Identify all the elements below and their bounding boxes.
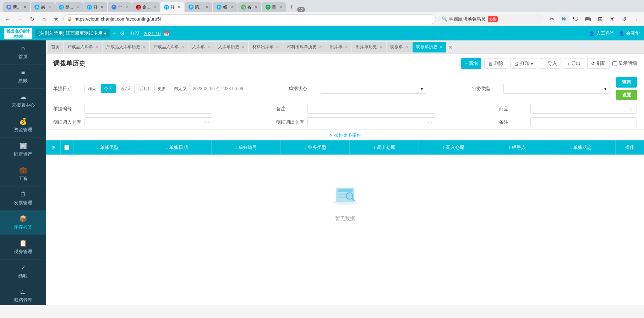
print-button[interactable]: 🖨 打印 ▾ bbox=[510, 58, 537, 69]
export-button[interactable]: ↑ 导出 bbox=[564, 58, 585, 69]
tab-close-button[interactable]: ✕ bbox=[181, 45, 184, 49]
date-filter-option[interactable]: 昨天 bbox=[84, 84, 99, 93]
browser-tab-3[interactable]: 易 易... ✕ bbox=[55, 2, 83, 12]
calendar-icon[interactable]: 📅 bbox=[164, 31, 169, 36]
settings-filter-button[interactable]: 设置 bbox=[616, 90, 637, 100]
content-tab[interactable]: 出库单历史 ✕ bbox=[352, 42, 386, 52]
tab-close-icon[interactable]: ✕ bbox=[230, 5, 233, 10]
user-avatar[interactable]: 👤 徐泽华 bbox=[619, 30, 640, 37]
sidebar-item-总账[interactable]: ≡ 总账 bbox=[0, 65, 46, 89]
col-out-wh[interactable]: ↕ 调出仓库 bbox=[350, 140, 419, 155]
table-select-all[interactable] bbox=[60, 140, 73, 155]
browser-tab-4[interactable]: 好 好 ✕ bbox=[83, 2, 107, 12]
tab-close-icon[interactable]: ✕ bbox=[279, 5, 282, 10]
tab-close-button[interactable]: ✕ bbox=[241, 45, 245, 49]
goods-input[interactable] bbox=[534, 106, 627, 112]
sidebar-item-工资[interactable]: 💼 工资 bbox=[0, 162, 46, 186]
tab-close-icon[interactable]: ✕ bbox=[153, 5, 156, 10]
tab-close-icon[interactable]: ✕ bbox=[76, 5, 79, 10]
translate-icon[interactable]: 译 bbox=[559, 14, 569, 24]
tab-close-button[interactable]: ✕ bbox=[207, 45, 210, 49]
settings-icon[interactable]: ⚙ bbox=[120, 30, 125, 37]
import-button[interactable]: ↓ 导入 bbox=[540, 58, 561, 69]
content-tab[interactable]: 入库单历史 ✕ bbox=[214, 42, 248, 52]
col-biz-type[interactable]: ↕ 业务类型 bbox=[280, 140, 350, 155]
sidebar-item-云报表中心[interactable]: ☁ 云报表中心 bbox=[0, 89, 46, 113]
scissors-icon[interactable]: ✂ bbox=[547, 14, 557, 24]
col-in-wh[interactable]: ↕ 调入仓库 bbox=[419, 140, 488, 155]
date-filter-option[interactable]: 近7天 bbox=[117, 84, 135, 93]
date-filter-option[interactable]: 自定义 bbox=[171, 84, 190, 93]
date-filter-option[interactable]: 更多 bbox=[154, 84, 169, 93]
home-button[interactable]: ⌂ bbox=[39, 14, 49, 24]
sidebar-item-结账[interactable]: ✓ 结账 bbox=[0, 260, 46, 284]
content-tab[interactable]: 产成品入库单 ✕ bbox=[64, 42, 102, 52]
tab-close-button[interactable]: ✕ bbox=[345, 45, 348, 49]
sidebar-item-税务管理[interactable]: 📋 税务管理 bbox=[0, 235, 46, 260]
tab-close-button[interactable]: ✕ bbox=[379, 45, 382, 49]
content-tab[interactable]: 调拨单历史 ✕ bbox=[413, 42, 446, 52]
note-input[interactable] bbox=[307, 104, 435, 114]
content-tab[interactable]: 入库单 ✕ bbox=[189, 42, 214, 52]
date-filter-option[interactable]: 今天 bbox=[101, 84, 116, 93]
tab-close-button[interactable]: ✕ bbox=[405, 45, 408, 49]
menu-icon[interactable]: ⋮ bbox=[631, 14, 641, 24]
period-value[interactable]: 2021-10 bbox=[144, 31, 161, 36]
content-tab[interactable]: 材料出库单 ✕ bbox=[249, 42, 283, 52]
support-label[interactable]: 👤 人工咨询 bbox=[589, 30, 615, 37]
content-tab[interactable]: 产成品入库单 ✕ bbox=[150, 42, 188, 52]
note2-input[interactable] bbox=[530, 117, 637, 127]
tab-close-icon[interactable]: ✕ bbox=[125, 5, 128, 10]
goods-dots-button[interactable]: ··· bbox=[629, 106, 634, 112]
new-tab-button[interactable]: + bbox=[286, 2, 296, 12]
bookmark-button[interactable]: ★ bbox=[51, 14, 61, 24]
detail-in-input[interactable] bbox=[88, 120, 203, 125]
browser-tab-1[interactable]: 新 新... ✕ bbox=[3, 2, 30, 12]
tab-close-icon[interactable]: ✕ bbox=[100, 5, 104, 10]
browser-tab-5[interactable]: 个 个 ✕ bbox=[108, 2, 132, 12]
extension1-icon[interactable]: 🛡 bbox=[571, 14, 581, 24]
grid-icon[interactable]: ⊞ bbox=[595, 14, 605, 24]
browser-tab-8[interactable]: 腾 腾... ✕ bbox=[185, 2, 212, 12]
show-cols-input[interactable] bbox=[612, 61, 617, 66]
company-selector[interactable]: (勿删勿禁用) 江西服宝测试专用 ▾ bbox=[35, 29, 110, 38]
detail-out-input[interactable] bbox=[311, 120, 426, 125]
content-tab[interactable]: 调拨单 ✕ bbox=[387, 42, 412, 52]
doc-no-input[interactable] bbox=[84, 104, 212, 114]
tab-close-button[interactable]: ✕ bbox=[276, 45, 279, 49]
sidebar-item-资金管理[interactable]: 💰 资金管理 bbox=[0, 113, 46, 138]
col-date[interactable]: ↕ 单账日期 bbox=[142, 140, 212, 155]
date-filter-option[interactable]: 近1月 bbox=[136, 84, 153, 93]
browser-tab-9[interactable]: 畅 畅 ✕ bbox=[213, 2, 237, 12]
content-tab[interactable]: 材料出库单历史 ✕ bbox=[283, 42, 326, 52]
table-settings-icon[interactable]: ⚙ bbox=[46, 140, 60, 155]
history-icon[interactable]: ↺ bbox=[619, 14, 629, 24]
sidebar-item-发票管理[interactable]: 🗒 发票管理 bbox=[0, 186, 46, 211]
back-button[interactable]: ← bbox=[3, 14, 13, 24]
theme-icon[interactable]: ☀ bbox=[607, 14, 617, 24]
tab-close-button[interactable]: ✕ bbox=[142, 45, 146, 49]
browser-tab-7[interactable]: 好 好 ✕ bbox=[160, 2, 184, 12]
address-bar[interactable]: 🔒 https://cloud.chanjet.com/accounting/u… bbox=[63, 14, 436, 24]
show-cols-checkbox[interactable]: 显示明细 bbox=[612, 60, 637, 67]
browser-tab-10[interactable]: 各 各 ✕ bbox=[238, 2, 261, 12]
select-all-checkbox[interactable] bbox=[64, 145, 69, 150]
content-tab[interactable]: 出库单 ✕ bbox=[326, 42, 351, 52]
tab-close-icon[interactable]: ✕ bbox=[255, 5, 258, 10]
detail-out-dots-button[interactable]: ··· bbox=[428, 119, 432, 125]
tab-close-icon[interactable]: ✕ bbox=[48, 5, 51, 10]
search-bar[interactable]: 🔍 学霸应聘场驱鸟员 热搜 bbox=[438, 14, 545, 24]
tab-close-icon[interactable]: ✕ bbox=[206, 5, 209, 10]
add-company-button[interactable]: + bbox=[113, 30, 117, 37]
col-handler[interactable]: ↕ 经手人 bbox=[488, 140, 546, 155]
refresh-button[interactable]: ↺ 刷新 bbox=[587, 58, 610, 69]
content-tab[interactable]: 产成品入库单历史 ✕ bbox=[103, 42, 149, 52]
reload-button[interactable]: ↻ bbox=[27, 14, 37, 24]
delete-button[interactable]: 🗑 删除 bbox=[484, 58, 507, 69]
browser-tab-11[interactable]: 目 目 ✕ bbox=[262, 2, 286, 12]
detail-in-dots-button[interactable]: ··· bbox=[205, 119, 209, 125]
search-button[interactable]: 查询 bbox=[616, 77, 637, 88]
tab-close-icon[interactable]: ✕ bbox=[23, 5, 27, 10]
sidebar-item-固定资产[interactable]: 🏢 固定资产 bbox=[0, 138, 46, 162]
tab-close-button[interactable]: ✕ bbox=[95, 45, 98, 49]
